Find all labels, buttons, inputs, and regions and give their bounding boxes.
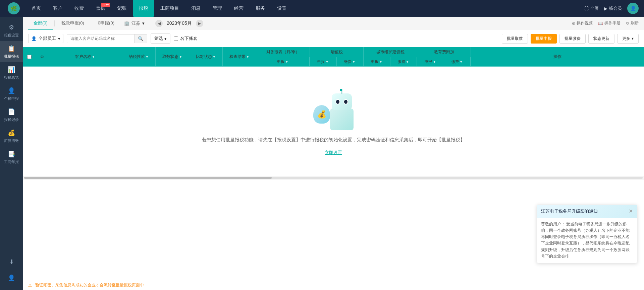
empty-state-text: 若您想使用批量报税功能，请先在【报税设置】中进行报税的初始化设置，完成密码验证和… <box>202 137 465 143</box>
sidebar-item-tax-summary[interactable]: 📊 报税总览 <box>0 62 23 83</box>
nav-right: ⛶ 全屏 ▶ 畅会员 👤 <box>584 3 639 14</box>
employee-selector[interactable]: 👤 全部员工 ▾ <box>28 34 63 43</box>
nav-business[interactable]: 工商项目 <box>154 0 185 17</box>
th-compare-status: 比对状态 ▼ <box>189 47 223 66</box>
nav-service[interactable]: 服务 <box>250 0 271 17</box>
tab-zero-declaration[interactable]: 0申报(0) <box>93 17 120 30</box>
settings-icon[interactable]: ⚙ <box>40 55 44 59</box>
manual-link[interactable]: 📖 操作手册 <box>598 20 621 26</box>
sidebar-item-batch-tax[interactable]: 📋 批量报税 <box>0 41 23 62</box>
th-checkbox <box>23 47 36 66</box>
toolbar-right: 批量取数 批量申报 批量缴费 状态更新 更多 ▾ <box>502 34 639 44</box>
th-vat: 增值税 申报 ▼ 缴费 ▼ <box>310 47 364 66</box>
nav-settings[interactable]: 设置 <box>271 0 292 17</box>
th-edu-payment: 缴费 ▼ <box>444 57 471 66</box>
name-checkbox[interactable] <box>174 37 178 41</box>
empty-state: 💰 若 <box>23 67 644 176</box>
tab-tax-declaration[interactable]: 税款申报(0) <box>56 17 90 30</box>
tab-divider-2 <box>91 20 91 26</box>
sidebar-user-button[interactable]: 👤 <box>5 271 18 285</box>
tax-filter-icon[interactable]: ▼ <box>146 55 149 59</box>
top-navigation: 🌿 首页 客户 收费 票据 new 记账 报税 工商项目 消息 管理 经营 服务… <box>0 0 644 17</box>
user-avatar[interactable]: 👤 <box>627 3 639 14</box>
warning-icon: ⚠ <box>28 283 32 288</box>
fetch-filter-icon[interactable]: ▼ <box>179 55 182 59</box>
next-month-button[interactable]: ▶ <box>196 20 203 27</box>
notification-body: 尊敬的用户： 受当前电子税务局进一步升级的影响，同一个政务网账号（办税人）名下的… <box>537 218 637 263</box>
th-financial-declaration: 申报 ▼ <box>256 57 310 66</box>
tax-settings-icon: ⚙ <box>7 23 15 31</box>
batch-tax-icon: 📋 <box>7 45 15 53</box>
compare-filter-icon[interactable]: ▼ <box>213 55 216 59</box>
tabs-bar: 全部(0) 税款申报(0) 0申报(0) 🏢 江苏 ▾ ◀ 2023年05月 ▶ <box>23 17 644 30</box>
filter-button[interactable]: 筛选 ▾ <box>151 33 170 44</box>
sidebar-item-annual-report[interactable]: 📑 工商年报 <box>0 147 23 168</box>
horizontal-scrollbar[interactable] <box>23 176 644 180</box>
nav-invoice[interactable]: 票据 new <box>90 0 111 17</box>
th-name: 客户名称 ▼ <box>48 47 122 66</box>
nav-message[interactable]: 消息 <box>185 0 207 17</box>
th-tax-nature: 纳税性质 ▼ <box>122 47 156 66</box>
annual-report-icon: 📑 <box>7 150 15 158</box>
th-vat-payment: 缴费 ▼ <box>337 57 364 66</box>
nav-operation[interactable]: 经营 <box>228 0 250 17</box>
th-vat-declaration: 申报 ▼ <box>310 57 337 66</box>
sidebar-item-tax-records[interactable]: 📄 报税记录 <box>0 104 23 126</box>
video-icon: ⊙ <box>572 21 575 26</box>
th-settings: ⚙ <box>36 47 48 66</box>
search-input[interactable] <box>67 34 134 43</box>
sidebar-item-settlement[interactable]: 💰 汇算清缴 <box>0 126 23 147</box>
th-financial: 财务报表（月/季） 申报 ▼ <box>256 47 310 66</box>
th-edu-declaration: 申报 ▼ <box>417 57 444 66</box>
nav-manage[interactable]: 管理 <box>207 0 228 17</box>
toolbar: 👤 全部员工 ▾ 🔍 筛选 ▾ 名下账套 批量取数 批量申报 批量缴费 状态更新 <box>23 30 644 47</box>
nav-home[interactable]: 首页 <box>25 0 47 17</box>
sidebar-download-button[interactable]: ⬇ <box>5 255 18 269</box>
robot-body-container <box>327 93 357 130</box>
sidebar-item-personal-tax[interactable]: 👤 个税申报 <box>0 83 23 104</box>
status-update-button[interactable]: 状态更新 <box>588 34 614 44</box>
search-button[interactable]: 🔍 <box>134 34 147 43</box>
sidebar-item-tax-settings[interactable]: ⚙ 报税设置 <box>0 20 23 41</box>
refresh-button[interactable]: ↻ 刷新 <box>626 20 639 26</box>
batch-payment-button[interactable]: 批量缴费 <box>559 34 586 44</box>
member-button[interactable]: ▶ 畅会员 <box>604 5 622 11</box>
nav-fee[interactable]: 收费 <box>68 0 90 17</box>
tabs-bar-right: ⊙ 操作视频 📖 操作手册 ↻ 刷新 <box>572 20 639 26</box>
name-checkbox-label[interactable]: 名下账套 <box>174 35 198 42</box>
select-all-checkbox[interactable] <box>27 55 32 59</box>
video-link[interactable]: ⊙ 操作视频 <box>572 20 593 26</box>
th-check-result: 检查结果 ▼ <box>223 47 256 66</box>
month-navigation: ◀ 2023年05月 ▶ <box>155 20 203 27</box>
notification-header: 江苏电子税务局升级影响通知 ✕ <box>537 205 637 218</box>
table-header-row-1: ⚙ 客户名称 ▼ 纳税性质 ▼ 取数状态 ▼ 比对状态 ▼ <box>23 47 644 67</box>
notification-close-button[interactable]: ✕ <box>629 209 633 214</box>
scroll-thumb <box>24 177 272 179</box>
notification-title: 江苏电子税务局升级影响通知 <box>541 208 598 214</box>
check-filter-icon[interactable]: ▼ <box>246 55 250 59</box>
tab-all[interactable]: 全部(0) <box>28 17 53 30</box>
current-month: 2023年05月 <box>167 20 192 26</box>
prev-month-button[interactable]: ◀ <box>155 20 163 27</box>
more-button[interactable]: 更多 ▾ <box>617 34 639 44</box>
nav-accounting[interactable]: 记账 <box>111 0 133 17</box>
nav-customer[interactable]: 客户 <box>47 0 68 17</box>
nav-tax[interactable]: 报税 <box>133 0 154 17</box>
search-box: 🔍 <box>67 34 147 43</box>
name-filter-icon[interactable]: ▼ <box>92 55 95 59</box>
logo-icon: 🌿 <box>8 2 20 14</box>
robot-illustration: 💰 <box>307 87 360 130</box>
th-city-declaration: 申报 ▼ <box>364 57 390 66</box>
manual-icon: 📖 <box>598 21 603 26</box>
tax-records-icon: 📄 <box>7 108 15 116</box>
batch-fetch-button[interactable]: 批量取数 <box>502 34 528 44</box>
logo[interactable]: 🌿 <box>5 0 22 17</box>
fullscreen-button[interactable]: ⛶ 全屏 <box>584 5 599 11</box>
th-city-payment: 缴费 ▼ <box>390 57 417 66</box>
th-fetch-status: 取数状态 ▼ <box>156 47 189 66</box>
new-badge: new <box>101 3 110 7</box>
batch-declaration-button[interactable]: 批量申报 <box>531 34 557 44</box>
refresh-icon: ↻ <box>626 21 629 26</box>
region-selector[interactable]: 🏢 江苏 ▾ <box>120 20 149 26</box>
setup-link[interactable]: 立即设置 <box>325 150 342 156</box>
